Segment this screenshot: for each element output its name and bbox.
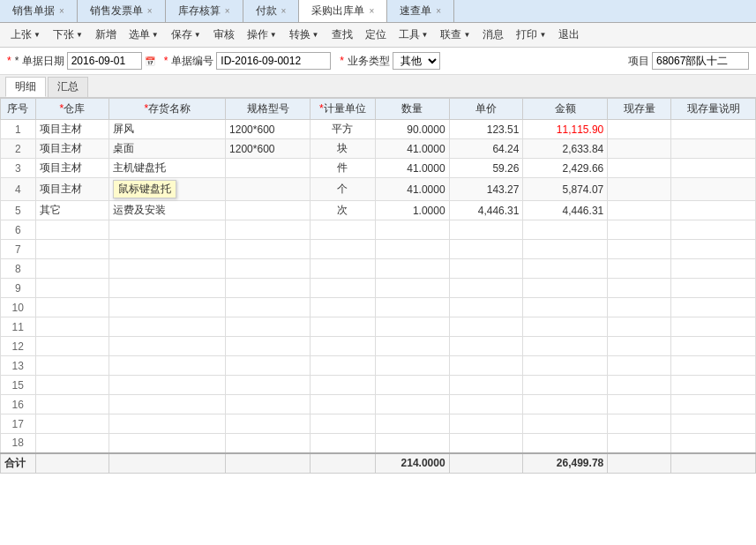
cell-amount[interactable]: 5,874.07 [523,178,608,201]
table-row-empty: 6 [1,220,756,240]
toolbar-btn-选单[interactable]: 选单▼ [124,26,164,44]
cell-qty[interactable]: 41.0000 [375,139,449,159]
table-row-empty: 18 [1,434,756,453]
cell-price[interactable]: 123.51 [449,120,523,139]
project-input[interactable] [652,52,749,70]
toolbar-btn-联查[interactable]: 联查▼ [435,26,475,44]
cell-price[interactable]: 59.26 [449,159,523,178]
cell-goods[interactable]: 桌面 [109,139,226,159]
toolbar-btn-转换[interactable]: 转换▼ [284,26,325,44]
toolbar-btn-保存[interactable]: 保存▼ [166,26,206,44]
cell-unit[interactable]: 件 [310,159,375,178]
dropdown-arrow-icon: ▼ [463,31,470,39]
cell-stock-note[interactable] [671,201,756,220]
cell-spec[interactable]: 1200*600 [226,120,311,139]
th-goods: *存货名称 [109,99,226,120]
footer-amount: 26,499.78 [523,453,608,474]
tab-销售发票单[interactable]: 销售发票单× [78,0,166,22]
table-row-empty: 7 [1,240,756,259]
date-field: * * 单据日期 📅 [7,52,155,70]
date-input[interactable] [67,52,142,70]
table-row-empty: 13 [1,356,756,376]
cell-warehouse[interactable]: 项目主材 [35,159,109,178]
table-row[interactable]: 4项目主材鼠标键盘托个41.0000143.275,874.07 [1,178,756,201]
tab-close-icon[interactable]: × [225,6,230,16]
cell-amount[interactable]: 2,429.66 [523,159,608,178]
table-row[interactable]: 5其它运费及安装次1.00004,446.314,446.31 [1,201,756,220]
cell-qty[interactable]: 1.0000 [375,201,449,220]
cell-qty[interactable]: 41.0000 [375,178,449,201]
cell-unit[interactable]: 平方 [310,120,375,139]
tab-采购出库单[interactable]: 采购出库单× [299,0,387,23]
cell-price[interactable]: 4,446.31 [449,201,523,220]
cell-stock[interactable] [608,178,671,201]
code-input[interactable] [216,52,331,70]
cell-amount[interactable]: 2,633.84 [523,139,608,159]
toolbar-btn-定位[interactable]: 定位 [360,26,392,44]
tab-库存核算[interactable]: 库存核算× [166,0,243,22]
cell-price[interactable]: 64.24 [449,139,523,159]
cell-spec[interactable] [226,159,311,178]
toolbar-btn-操作[interactable]: 操作▼ [242,26,282,44]
toolbar-btn-新增[interactable]: 新增 [90,26,122,44]
cell-qty[interactable]: 90.0000 [375,120,449,139]
cell-warehouse[interactable]: 项目主材 [35,139,109,159]
dropdown-arrow-icon: ▼ [539,31,546,39]
tab-summary[interactable]: 汇总 [48,77,88,97]
tab-销售单据[interactable]: 销售单据× [0,0,78,22]
cell-stock-note[interactable] [671,159,756,178]
tab-close-icon[interactable]: × [59,6,64,16]
cell-warehouse[interactable]: 项目主材 [35,178,109,201]
tab-付款[interactable]: 付款× [243,0,300,22]
cell-stock-note[interactable] [671,120,756,139]
cell-stock[interactable] [608,159,671,178]
table-row[interactable]: 2项目主材桌面1200*600块41.000064.242,633.84 [1,139,756,159]
cell-price[interactable]: 143.27 [449,178,523,201]
cell-goods[interactable]: 主机键盘托 [109,159,226,178]
cell-stock[interactable] [608,120,671,139]
toolbar-btn-消息[interactable]: 消息 [477,26,509,44]
tab-close-icon[interactable]: × [281,6,287,16]
table-row[interactable]: 3项目主材主机键盘托件41.000059.262,429.66 [1,159,756,178]
th-qty: 数量 [375,99,449,120]
toolbar-btn-打印[interactable]: 打印▼ [511,26,551,44]
cell-stock[interactable] [608,201,671,220]
toolbar-btn-工具[interactable]: 工具▼ [393,26,434,44]
table-row[interactable]: 1项目主材屏风1200*600平方90.0000123.5111,115.90 [1,120,756,139]
dropdown-arrow-icon: ▼ [34,31,41,39]
toolbar-btn-下张[interactable]: 下张▼ [48,26,88,44]
cell-unit[interactable]: 块 [310,139,375,159]
tab-close-icon[interactable]: × [436,6,441,16]
cell-goods[interactable]: 屏风 [109,120,226,139]
cell-amount[interactable]: 4,446.31 [523,201,608,220]
cell-unit[interactable]: 个 [310,178,375,201]
toolbar-btn-查找[interactable]: 查找 [326,26,358,44]
cell-amount[interactable]: 11,115.90 [523,120,608,139]
toolbar-btn-上张[interactable]: 上张▼ [5,26,46,44]
cell-spec[interactable]: 1200*600 [226,139,311,159]
cell-qty[interactable]: 41.0000 [375,159,449,178]
type-select[interactable]: 其他 [393,52,440,70]
tab-速查单[interactable]: 速查单× [387,0,454,22]
toolbar-btn-退出[interactable]: 退出 [553,26,585,44]
cell-stock-note[interactable] [671,139,756,159]
tab-detail[interactable]: 明细 [5,77,46,97]
tab-close-icon[interactable]: × [147,6,153,16]
cell-unit[interactable]: 次 [310,201,375,220]
cell-goods[interactable]: 运费及安装 [109,201,226,220]
cell-seq: 5 [1,201,36,220]
dropdown-arrow-icon: ▼ [270,31,277,39]
cell-warehouse[interactable]: 项目主材 [35,120,109,139]
cell-stock-note[interactable] [671,178,756,201]
cell-spec[interactable] [226,201,311,220]
code-field: * 单据编号 [164,52,332,70]
form-header: * * 单据日期 📅 * 单据编号 * 业务类型 其他 项目 [0,48,756,75]
calendar-icon[interactable]: 📅 [145,56,155,66]
toolbar-btn-审核[interactable]: 审核 [208,26,240,44]
cell-spec[interactable] [226,178,311,201]
cell-warehouse[interactable]: 其它 [35,201,109,220]
th-seq: 序号 [1,99,36,120]
tab-close-icon[interactable]: × [369,6,374,16]
cell-goods[interactable]: 鼠标键盘托 [109,178,226,201]
cell-stock[interactable] [608,139,671,159]
